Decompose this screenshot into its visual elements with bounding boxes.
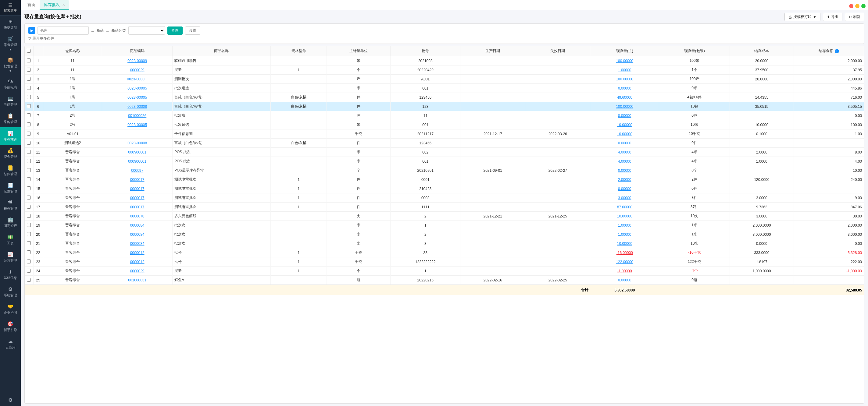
sidebar-item-manage[interactable]: 📈 经营管理 (0, 248, 21, 266)
sidebar-item-purchase[interactable]: 📋 采购管理 (0, 110, 21, 127)
sidebar-item-quicknav[interactable]: ⊞ 快捷导航 (0, 15, 21, 33)
row-checkbox[interactable] (27, 232, 31, 236)
sidebar-item-basic[interactable]: ℹ 基础信息 (0, 266, 21, 283)
tab-inventory-batch[interactable]: 库存批次 ✕ (40, 0, 69, 10)
row-checkbox[interactable] (27, 113, 31, 117)
cell-unit-cost: 37.9500 (730, 66, 794, 75)
export-btn[interactable]: ⬆ 导出 (823, 13, 842, 21)
query-btn[interactable]: 查询 (167, 27, 183, 35)
row-checkbox[interactable] (27, 278, 31, 282)
cell-checkbox[interactable] (25, 84, 33, 93)
row-checkbox[interactable] (27, 59, 31, 62)
sidebar-item-tax[interactable]: 🏛 税务管理 (0, 197, 21, 214)
cell-batch: 20220429 (391, 66, 460, 75)
setting-btn[interactable]: 设置 (185, 27, 200, 35)
row-checkbox[interactable] (27, 77, 31, 81)
cell-checkbox[interactable] (25, 56, 33, 66)
print-btn[interactable]: 🖨 按模板打印 ▼ (784, 13, 820, 21)
cell-checkbox[interactable] (25, 120, 33, 130)
row-checkbox[interactable] (27, 241, 31, 245)
sidebar-item-salary[interactable]: 💵 工资 (0, 231, 21, 248)
win-min-btn[interactable] (855, 4, 860, 8)
cell-qty-main: 122.00000 (590, 257, 659, 267)
row-checkbox[interactable] (27, 132, 31, 136)
row-checkbox[interactable] (27, 250, 31, 254)
cell-checkbox[interactable] (25, 148, 33, 157)
filter-expand-more[interactable]: ▽ 展开更多条件 (28, 36, 860, 41)
cell-checkbox[interactable] (25, 157, 33, 166)
sidebar-settings-btn[interactable]: ⚙ (0, 394, 21, 406)
row-checkbox[interactable] (27, 269, 31, 273)
cell-checkbox[interactable] (25, 221, 33, 230)
cell-checkbox[interactable] (25, 194, 33, 203)
cell-checkbox[interactable] (25, 184, 33, 194)
cell-qty-main: 0.00000 (590, 166, 659, 175)
row-checkbox[interactable] (27, 95, 31, 99)
sidebar-item-ledger[interactable]: 📒 总账管理 (0, 162, 21, 179)
win-close-btn[interactable] (849, 4, 854, 8)
sidebar-item-assets[interactable]: 🏢 固定资产 (0, 214, 21, 231)
cell-checkbox[interactable] (25, 111, 33, 120)
cell-checkbox[interactable] (25, 130, 33, 139)
filter-expand-btn[interactable]: ▶ (28, 27, 35, 34)
sidebar-search[interactable]: ☰ 搜索菜单 (0, 0, 21, 15)
cell-checkbox[interactable] (25, 257, 33, 267)
row-checkbox[interactable] (27, 187, 31, 190)
sidebar-item-finance[interactable]: 💰 资金管理 (0, 145, 21, 162)
row-checkbox[interactable] (27, 68, 31, 72)
table-row: 24 晋客综合 0000029 展斯 1 个 1 -1.00000 -1个 1,… (25, 267, 864, 276)
row-checkbox[interactable] (27, 104, 31, 108)
sidebar-item-inventory[interactable]: 📊 库存核算 (0, 127, 21, 145)
cell-checkbox[interactable] (25, 66, 33, 75)
cell-checkbox[interactable] (25, 239, 33, 248)
row-checkbox[interactable] (27, 159, 31, 163)
cell-checkbox[interactable] (25, 230, 33, 239)
row-checkbox[interactable] (27, 260, 31, 264)
cell-checkbox[interactable] (25, 75, 33, 84)
row-checkbox[interactable] (27, 168, 31, 172)
cell-total-cost: 716.00 (794, 93, 864, 102)
warehouse-input[interactable] (37, 26, 89, 35)
purchase-icon: 📋 (7, 113, 13, 119)
cell-checkbox[interactable] (25, 267, 33, 276)
cell-qty-unit: -16千克 (659, 248, 730, 257)
row-checkbox[interactable] (27, 141, 31, 145)
row-checkbox[interactable] (27, 150, 31, 154)
refresh-btn[interactable]: ↻ 刷新 (845, 13, 864, 21)
total-cost-info-icon[interactable]: i (835, 49, 839, 53)
sidebar-item-retail[interactable]: 🛒 零售管理 ▼ (0, 33, 21, 54)
row-checkbox[interactable] (27, 123, 31, 126)
cell-checkbox[interactable] (25, 166, 33, 175)
cell-checkbox[interactable] (25, 102, 33, 111)
row-checkbox[interactable] (27, 205, 31, 209)
sidebar-item-wholesale[interactable]: 📦 批发管理 ▼ (0, 54, 21, 75)
sidebar-item-system[interactable]: ⚙ 系统管理 (0, 283, 21, 301)
cell-checkbox[interactable] (25, 276, 33, 285)
sidebar-item-invoice[interactable]: 🧾 发票管理 (0, 179, 21, 197)
row-checkbox[interactable] (27, 223, 31, 227)
sidebar-item-guide[interactable]: 🎯 新手引导 (0, 318, 21, 335)
cell-unit: 件 (327, 139, 391, 148)
cell-unit-cost: 120.0000 (730, 175, 794, 184)
sidebar-item-smallecom[interactable]: 🛍 小籠电商 (0, 75, 21, 93)
sidebar-item-ecom[interactable]: 💻 电商管理 (0, 93, 21, 110)
cell-checkbox[interactable] (25, 203, 33, 212)
row-checkbox[interactable] (27, 214, 31, 218)
row-checkbox[interactable] (27, 196, 31, 200)
sidebar-item-cloud[interactable]: ☁ 云应用 (0, 335, 21, 353)
cell-checkbox[interactable] (25, 248, 33, 257)
win-max-btn[interactable] (861, 4, 866, 8)
cell-checkbox[interactable] (25, 139, 33, 148)
row-checkbox[interactable] (27, 177, 31, 181)
cell-checkbox[interactable] (25, 175, 33, 184)
row-checkbox[interactable] (27, 86, 31, 90)
cell-checkbox[interactable] (25, 212, 33, 221)
select-all-checkbox[interactable] (27, 49, 31, 53)
cell-code: 0000084 (102, 221, 172, 230)
cell-checkbox[interactable] (25, 93, 33, 102)
sidebar-item-collab[interactable]: 🤝 企业协同 (0, 301, 21, 318)
tab-close-icon[interactable]: ✕ (62, 3, 65, 7)
category-select[interactable] (128, 26, 165, 35)
tab-home[interactable]: 首页 (23, 0, 40, 10)
cell-batch: 3 (391, 239, 460, 248)
